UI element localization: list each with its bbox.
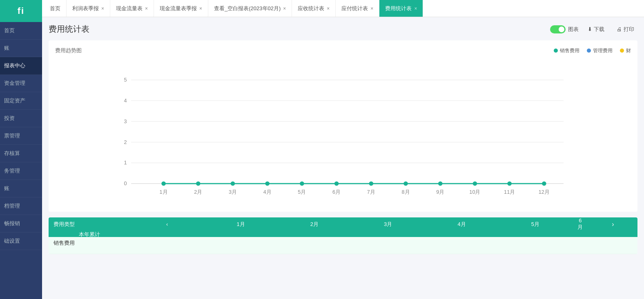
th-ytd: 本年累计: [49, 231, 130, 238]
chart-toggle-text: 图表: [568, 26, 579, 33]
sidebar-item-inventory[interactable]: 存核算: [0, 145, 42, 162]
svg-text:1: 1: [124, 160, 127, 166]
sidebar-item-fixed-assets[interactable]: 固定资产: [0, 92, 42, 110]
expense-table: 费用类型 ‹ 1月 2月 3月 4月 5月 6月: [49, 217, 637, 254]
svg-text:10月: 10月: [469, 189, 480, 195]
svg-text:2月: 2月: [194, 189, 202, 195]
svg-text:4: 4: [124, 98, 127, 104]
page-title: 费用统计表: [49, 24, 89, 35]
th-m1: 1月: [204, 221, 277, 228]
th-m2: 2月: [278, 221, 351, 228]
header-actions: 图表 ⬇ 下载 🖨 打印: [550, 24, 637, 35]
legend-label-finance: 财: [626, 47, 631, 54]
tab-cashflow-quarterly[interactable]: 现金流量表季报 ×: [154, 0, 208, 17]
svg-point-35: [542, 182, 546, 186]
tab-cashflow[interactable]: 现金流量表 ×: [110, 0, 154, 17]
sidebar-item-sales[interactable]: 畅报销: [0, 215, 42, 233]
chart-svg-container: 5 4 3 2 1 0 1月 2月 3月 4月 5月 6月 7月 8月 9月: [55, 58, 631, 205]
sidebar-item-invoice-mgmt[interactable]: 票管理: [0, 127, 42, 145]
download-button[interactable]: ⬇ 下载: [584, 24, 608, 35]
svg-text:7月: 7月: [367, 189, 375, 195]
th-m3: 3月: [351, 221, 425, 228]
svg-point-27: [265, 182, 270, 186]
sidebar-item-investment[interactable]: 投资: [0, 110, 42, 127]
table-row: 销售费用: [49, 237, 637, 254]
tabs-bar: 首页 利润表季报 × 现金流量表 × 现金流量表季报 × 查看_空白报表(202…: [42, 0, 644, 17]
svg-point-24: [161, 182, 166, 186]
th-nav-next[interactable]: ›: [588, 221, 637, 228]
svg-point-29: [334, 182, 339, 186]
print-icon: 🖨: [617, 26, 622, 32]
svg-text:5: 5: [124, 77, 127, 83]
main-area: 首页 利润表季报 × 现金流量表 × 现金流量表季报 × 查看_空白报表(202…: [42, 0, 644, 299]
td-expense-type: 销售费用: [49, 239, 130, 247]
legend-label-mgmt: 管理费用: [593, 47, 613, 54]
svg-text:11月: 11月: [504, 189, 515, 195]
svg-text:6月: 6月: [332, 189, 341, 195]
chart-title: 费用趋势图: [55, 47, 82, 54]
tab-close-cashflow-quarterly[interactable]: ×: [199, 6, 202, 11]
sidebar-item-service-mgmt[interactable]: 务管理: [0, 162, 42, 180]
chart-card: 费用趋势图 销售费用 管理费用 财: [49, 40, 637, 212]
svg-text:4月: 4月: [263, 189, 272, 195]
svg-point-28: [300, 182, 304, 186]
tab-close-cashflow[interactable]: ×: [145, 6, 148, 11]
svg-text:9月: 9月: [436, 189, 444, 195]
tab-close-receivable-stats[interactable]: ×: [327, 6, 330, 11]
th-expense-type: 费用类型: [49, 221, 130, 228]
sidebar-item-ledger[interactable]: 账: [0, 40, 42, 57]
download-icon: ⬇: [588, 26, 592, 32]
svg-point-25: [196, 182, 201, 186]
tab-receivable-stats[interactable]: 应收统计表 ×: [292, 0, 336, 17]
svg-text:8月: 8月: [401, 189, 410, 195]
chart-header: 费用趋势图 销售费用 管理费用 财: [55, 47, 631, 54]
sidebar-item-home[interactable]: 首页: [0, 22, 42, 40]
svg-text:1月: 1月: [160, 189, 168, 195]
svg-text:12月: 12月: [539, 189, 550, 195]
legend-finance-expense: 财: [620, 47, 631, 54]
legend-label-sales: 销售费用: [560, 47, 579, 54]
svg-text:0: 0: [124, 181, 127, 186]
svg-text:2: 2: [124, 140, 127, 145]
chart-legend: 销售费用 管理费用 财: [554, 47, 631, 54]
legend-sales-expense: 销售费用: [554, 47, 579, 54]
tab-close-blank-report[interactable]: ×: [283, 6, 286, 11]
content-area: 费用统计表 图表 ⬇ 下载 🖨 打印 费用趋势图: [42, 17, 644, 299]
tab-home[interactable]: 首页: [44, 0, 67, 17]
legend-dot-finance: [620, 49, 624, 53]
svg-point-32: [438, 182, 443, 186]
tab-blank-report[interactable]: 查看_空白报表(2023年02月) ×: [208, 0, 292, 17]
legend-dot-mgmt: [587, 49, 591, 53]
svg-point-33: [473, 182, 477, 186]
sidebar-item-basic-settings[interactable]: 础设置: [0, 233, 42, 250]
page-header: 费用统计表 图表 ⬇ 下载 🖨 打印: [49, 24, 637, 35]
tab-profit-quarterly[interactable]: 利润表季报 ×: [67, 0, 110, 17]
chart-toggle-label[interactable]: 图表: [550, 25, 579, 33]
svg-text:3月: 3月: [229, 189, 237, 195]
svg-point-30: [369, 182, 374, 186]
print-button[interactable]: 🖨 打印: [613, 24, 637, 35]
chart-toggle-switch[interactable]: [550, 25, 566, 33]
sidebar: fi 首页 账 报表中心 资金管理 固定资产 投资 票管理 存核算 务管理 账 …: [0, 0, 42, 299]
sidebar-logo: fi: [0, 0, 42, 22]
sidebar-item-fund-mgmt[interactable]: 资金管理: [0, 75, 42, 92]
tab-close-expense-stats[interactable]: ×: [414, 6, 417, 11]
sidebar-item-archive-mgmt[interactable]: 档管理: [0, 197, 42, 215]
tab-payable-stats[interactable]: 应付统计表 ×: [336, 0, 379, 17]
svg-text:3: 3: [124, 119, 127, 124]
chart-svg: 5 4 3 2 1 0 1月 2月 3月 4月 5月 6月 7月 8月 9月: [55, 58, 631, 205]
th-m4: 4月: [425, 221, 498, 228]
sidebar-item-report-center[interactable]: 报表中心: [0, 57, 42, 75]
th-nav-prev[interactable]: ‹: [130, 221, 204, 227]
svg-text:5月: 5月: [298, 189, 306, 195]
th-m6: 6月: [572, 217, 588, 231]
table-header: 费用类型 ‹ 1月 2月 3月 4月 5月 6月: [49, 217, 637, 237]
tab-close-payable-stats[interactable]: ×: [370, 6, 373, 11]
svg-point-26: [231, 182, 235, 186]
svg-point-31: [403, 182, 408, 186]
th-m5: 5月: [499, 221, 572, 228]
legend-dot-sales: [554, 49, 558, 53]
sidebar-item-accounts[interactable]: 账: [0, 180, 42, 197]
tab-close-profit-quarterly[interactable]: ×: [101, 6, 104, 11]
tab-expense-stats[interactable]: 费用统计表 ×: [379, 0, 423, 17]
